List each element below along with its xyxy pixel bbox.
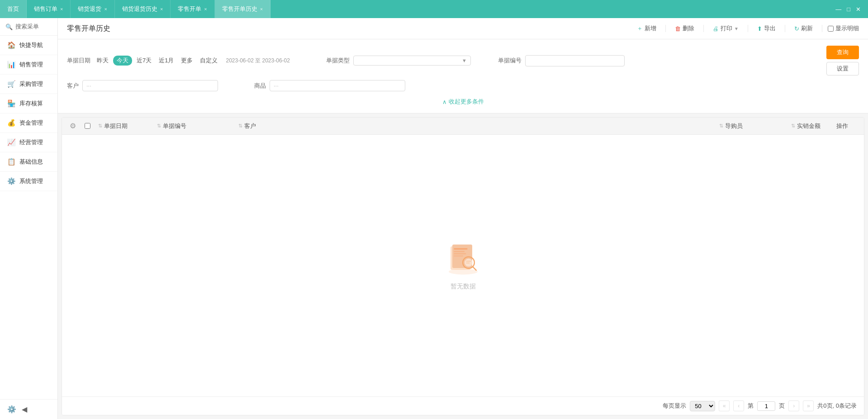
doc-number-input[interactable] — [525, 55, 625, 66]
divider-4 — [785, 25, 785, 32]
tab-sales-return-history-close[interactable]: × — [160, 6, 163, 12]
tab-sales-return-history[interactable]: 销货退货历史 × — [115, 0, 171, 18]
main-layout: 🔍 搜索采单 🏠 快捷导航 📊 销售管理 🛒 采购管理 🏪 库存核算 💰 资金管… — [0, 18, 868, 419]
sidebar-item-basic-info[interactable]: 📋 基础信息 — [0, 152, 57, 172]
goods-select[interactable]: ··· — [270, 80, 405, 91]
per-page-select[interactable]: 50 20 100 200 — [690, 401, 715, 411]
show-detail-toggle[interactable]: 显示明细 — [828, 24, 859, 33]
sidebar-search-label: 搜索采单 — [15, 23, 39, 31]
date-shortcut-custom[interactable]: 自定义 — [197, 56, 220, 66]
svg-rect-3 — [454, 248, 467, 250]
tab-retail-open-close[interactable]: × — [204, 6, 207, 12]
sidebar-item-inventory[interactable]: 🏪 库存核算 — [0, 94, 57, 113]
operations-icon: 📈 — [7, 138, 16, 146]
window-controls: — □ ✕ — [828, 6, 868, 13]
table-settings-icon[interactable]: ⚙ — [66, 122, 80, 130]
tab-sales-order-label: 销售订单 — [34, 5, 57, 13]
sidebar-item-operations[interactable]: 📈 经营管理 — [0, 133, 57, 152]
sidebar-search[interactable]: 🔍 搜索采单 — [0, 18, 57, 36]
col-header-operation: 操作 — [824, 122, 860, 130]
last-page-btn[interactable]: » — [803, 400, 814, 411]
sidebar-item-purchase-mgmt-label: 采购管理 — [19, 80, 43, 88]
col-header-customer[interactable]: ⇅ 客户 — [235, 122, 716, 130]
table-area: ⚙ ⇅ 单据日期 ⇅ 单据编号 ⇅ 客户 ⇅ 导购员 — [62, 117, 864, 415]
first-page-btn[interactable]: « — [719, 400, 730, 411]
purchase-icon: 🛒 — [7, 80, 16, 88]
date-shortcut-more[interactable]: 更多 — [178, 56, 195, 66]
collapse-sidebar-icon[interactable]: ◀ — [22, 405, 27, 414]
search-icon: 🔍 — [5, 24, 13, 30]
show-detail-checkbox[interactable] — [828, 26, 834, 32]
sidebar-item-finance[interactable]: 💰 资金管理 — [0, 113, 57, 133]
tab-retail-open-history[interactable]: 零售开单历史 × — [215, 0, 270, 18]
window-minimize[interactable]: — — [835, 6, 841, 13]
table-select-all[interactable] — [80, 123, 95, 129]
date-filter-label: 单据日期 — [67, 56, 90, 65]
toolbar: 零售开单历史 ＋ 新增 🗑 删除 🖨 打印 ▼ — [58, 18, 868, 39]
page-suffix-label: 页 — [779, 402, 785, 410]
date-shortcut-today[interactable]: 今天 — [113, 56, 132, 66]
col-number-label: 单据编号 — [163, 122, 186, 130]
query-button[interactable]: 查询 — [826, 46, 859, 59]
date-shortcut-1month[interactable]: 近1月 — [156, 56, 176, 66]
svg-rect-5 — [454, 253, 466, 254]
delete-button[interactable]: 🗑 删除 — [671, 23, 698, 34]
filter-row-2: 客户 ··· 商品 ··· — [67, 80, 859, 91]
tab-home[interactable]: 首页 — [0, 0, 27, 18]
date-filter-field: 单据日期 昨天 今天 近7天 近1月 更多 自定义 2023-06-02 至 2… — [67, 56, 290, 66]
sidebar-item-system[interactable]: ⚙️ 系统管理 — [0, 172, 57, 191]
inventory-icon: 🏪 — [7, 99, 16, 108]
tab-sales-return-close[interactable]: × — [104, 6, 107, 12]
sidebar-item-purchase-mgmt[interactable]: 🛒 采购管理 — [0, 75, 57, 94]
tab-sales-order-close[interactable]: × — [60, 6, 63, 12]
col-header-amount[interactable]: ⇅ 实销金额 — [770, 122, 824, 130]
filter-row-1: 单据日期 昨天 今天 近7天 近1月 更多 自定义 2023-06-02 至 2… — [67, 46, 859, 75]
add-button[interactable]: ＋ 新增 — [633, 23, 660, 34]
date-shortcut-yesterday[interactable]: 昨天 — [94, 56, 111, 66]
add-label: 新增 — [645, 24, 656, 33]
sidebar: 🔍 搜索采单 🏠 快捷导航 📊 销售管理 🛒 采购管理 🏪 库存核算 💰 资金管… — [0, 18, 58, 419]
sidebar-item-operations-label: 经营管理 — [19, 138, 43, 146]
export-label: 导出 — [764, 24, 776, 33]
sidebar-item-finance-label: 资金管理 — [19, 119, 43, 127]
page-number-input[interactable] — [757, 401, 775, 411]
export-button[interactable]: ⬆ 导出 — [754, 23, 779, 34]
col-header-date[interactable]: ⇅ 单据日期 — [95, 122, 153, 130]
svg-rect-11 — [466, 263, 470, 264]
tab-retail-open-history-close[interactable]: × — [260, 6, 263, 12]
sidebar-item-sales-mgmt[interactable]: 📊 销售管理 — [0, 55, 57, 75]
table-header: ⚙ ⇅ 单据日期 ⇅ 单据编号 ⇅ 客户 ⇅ 导购员 — [62, 118, 864, 135]
print-icon: 🖨 — [713, 25, 719, 32]
customer-select[interactable]: ··· — [82, 80, 218, 91]
refresh-button[interactable]: ↻ 刷新 — [791, 23, 816, 34]
per-page-label: 每页显示 — [663, 402, 686, 410]
select-all-checkbox[interactable] — [85, 123, 90, 129]
pagination: 每页显示 50 20 100 200 « ‹ 第 页 › » 共0页, 0条记录 — [62, 396, 864, 415]
col-header-number[interactable]: ⇅ 单据编号 — [153, 122, 235, 130]
collapse-more-btn[interactable]: ∧ 收起更多条件 — [67, 96, 859, 109]
tab-sales-return[interactable]: 销货退货 × — [71, 0, 114, 18]
delete-icon: 🗑 — [675, 25, 681, 32]
print-button[interactable]: 🖨 打印 ▼ — [709, 23, 742, 34]
svg-rect-4 — [454, 251, 465, 252]
col-op-label: 操作 — [836, 122, 848, 130]
svg-rect-6 — [454, 255, 463, 256]
date-shortcut-7days[interactable]: 近7天 — [134, 56, 154, 66]
filter-settings-button[interactable]: 设置 — [826, 62, 859, 75]
sort-icon-amount: ⇅ — [791, 123, 795, 129]
prev-page-btn[interactable]: ‹ — [733, 400, 744, 411]
sidebar-bottom: ⚙️ ◀ — [0, 399, 57, 419]
col-header-guide[interactable]: ⇅ 导购员 — [716, 122, 770, 130]
sidebar-item-system-label: 系统管理 — [19, 177, 43, 185]
tab-retail-open[interactable]: 零售开单 × — [171, 0, 214, 18]
settings-bottom-icon[interactable]: ⚙️ — [7, 405, 16, 414]
sidebar-item-basic-info-label: 基础信息 — [19, 158, 43, 166]
svg-rect-10 — [466, 261, 471, 262]
sidebar-item-quick-nav[interactable]: 🏠 快捷导航 — [0, 36, 57, 55]
tab-sales-order[interactable]: 销售订单 × — [27, 0, 71, 18]
doc-type-select[interactable]: ▼ — [353, 56, 471, 66]
window-close[interactable]: ✕ — [856, 6, 861, 13]
window-maximize[interactable]: □ — [847, 6, 850, 13]
next-page-btn[interactable]: › — [788, 400, 799, 411]
finance-icon: 💰 — [7, 119, 16, 127]
